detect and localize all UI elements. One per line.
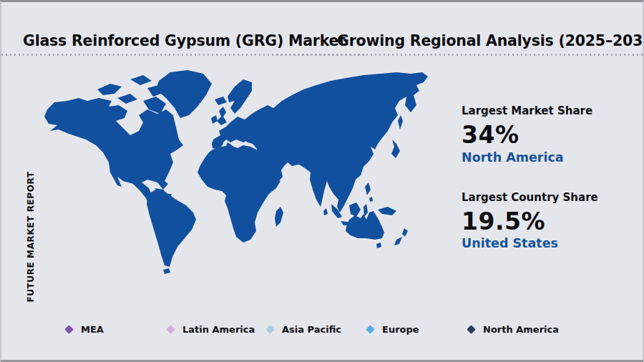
legend: MEA Latin America Asia Pacific Europe No… bbox=[1, 320, 644, 338]
legend-diamond-icon bbox=[265, 325, 275, 334]
stat-value: 34% bbox=[462, 122, 640, 148]
legend-item-mea: MEA bbox=[66, 320, 104, 338]
stat-value: 19.5% bbox=[462, 209, 640, 235]
stat-region: United States bbox=[462, 236, 640, 250]
stats-panel: Largest Market Share 34% North America L… bbox=[462, 104, 640, 277]
legend-item-latin-america: Latin America bbox=[167, 320, 255, 338]
legend-label: MEA bbox=[81, 324, 104, 335]
legend-diamond-icon bbox=[467, 325, 476, 334]
legend-label: Asia Pacific bbox=[282, 324, 341, 335]
legend-diamond-icon bbox=[166, 325, 175, 334]
stat-region: North America bbox=[462, 150, 640, 165]
legend-item-europe: Europe bbox=[367, 320, 419, 338]
world-landmass bbox=[44, 70, 428, 274]
legend-label: North America bbox=[483, 324, 559, 335]
brand-vertical-text: FUTURE MARKET REPORT bbox=[26, 171, 36, 302]
world-map-svg bbox=[43, 65, 429, 301]
legend-label: Latin America bbox=[182, 324, 255, 335]
legend-diamond-icon bbox=[366, 325, 375, 334]
world-map bbox=[43, 65, 429, 301]
stat-label: Largest Market Share bbox=[462, 104, 640, 117]
page-title-left: Glass Reinforced Gypsum (GRG) Market bbox=[23, 32, 346, 49]
legend-item-asia-pacific: Asia Pacific bbox=[267, 320, 341, 338]
stat-largest-market-share: Largest Market Share 34% North America bbox=[462, 104, 640, 165]
legend-item-north-america: North America bbox=[468, 320, 559, 338]
legend-diamond-icon bbox=[64, 325, 74, 334]
legend-label: Europe bbox=[382, 324, 419, 335]
dotted-separator bbox=[1, 54, 644, 56]
page-title-right: Growing Regional Analysis (2025–2032) bbox=[337, 32, 644, 49]
infographic-root: { "header": { "title_left": "Glass Reinf… bbox=[0, 0, 644, 362]
stat-largest-country-share: Largest Country Share 19.5% United State… bbox=[462, 191, 640, 251]
stat-label: Largest Country Share bbox=[462, 191, 640, 204]
